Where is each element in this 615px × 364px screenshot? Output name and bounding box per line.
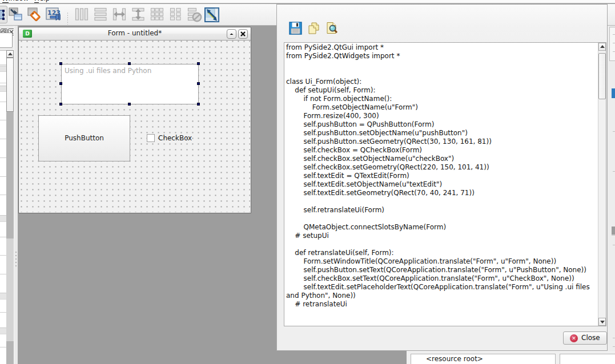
layout-vertical-splitter-icon [131, 7, 145, 21]
sliver-selected-item [612, 88, 615, 98]
sliver-box [609, 27, 615, 61]
find-button[interactable] [325, 22, 339, 35]
copy-icon [307, 22, 320, 35]
widget-category-band [0, 215, 6, 222]
layout-vertical-splitter-button[interactable] [131, 7, 145, 21]
edit-buddies-button[interactable] [27, 7, 41, 21]
widget-list-separator [0, 347, 6, 347]
resource-root-item[interactable]: <resource root> [426, 355, 483, 363]
widget-list-separator [0, 195, 6, 195]
right-edge-panel [608, 4, 615, 364]
widget-list-separator [0, 274, 6, 274]
form-editor-window: D Form - untitled* Using .ui files and P… [18, 27, 251, 213]
selection-handle-mid-right[interactable] [197, 82, 200, 85]
widget-list-separator [0, 120, 6, 120]
layout-grid-icon [150, 7, 164, 21]
sliver-row-line [613, 131, 615, 132]
textedit-widget[interactable]: Using .ui files and Python [61, 64, 199, 104]
layout-grid-button[interactable] [150, 7, 164, 21]
sliver-scroll-thumb [612, 227, 615, 236]
widget-list-separator [0, 64, 6, 65]
sliver-row-line [613, 51, 615, 52]
sliver-row-line [613, 245, 615, 245]
form-window-titlebar[interactable]: D Form - untitled* [19, 27, 251, 41]
widget-list-separator [0, 237, 6, 237]
widget-filter-input[interactable] [0, 33, 13, 48]
widget-category-band [0, 66, 6, 72]
widget-box-scroll-thumb[interactable] [6, 58, 14, 112]
menubar: Window Help [0, 0, 615, 3]
edit-tab-order-button[interactable]: 123 [46, 7, 59, 21]
adjust-size-icon [204, 7, 218, 22]
layout-horizontal-splitter-button[interactable] [112, 7, 126, 21]
selection-handle-bottom-center[interactable] [128, 103, 131, 106]
code-preview-dialog: from PySide2.QtGui import * from PySide2… [276, 4, 608, 351]
textedit-placeholder: Using .ui files and Python [65, 67, 151, 75]
widget-box-scroll-track [6, 238, 14, 341]
widget-list-separator [0, 255, 6, 256]
code-scroll-thumb[interactable] [598, 53, 606, 99]
form-close-button[interactable] [238, 29, 248, 39]
form-window-title: Form - untitled* [19, 29, 251, 37]
widget-box-scrollbar[interactable] [6, 50, 14, 364]
widget-list-separator [0, 102, 6, 102]
edit-signals-slots-icon [9, 7, 22, 21]
resource-browser-dock: <resource root> [407, 351, 615, 364]
break-layout-icon [187, 7, 201, 22]
layout-horizontal-icon [75, 7, 89, 21]
widget-list-separator [0, 312, 6, 313]
sliver-row-line [613, 338, 615, 338]
resource-tree[interactable]: <resource root> [411, 354, 556, 364]
resource-file-list[interactable] [560, 354, 615, 364]
widget-category-band [0, 327, 6, 334]
selection-handle-top-center[interactable] [128, 62, 131, 65]
edit-signals-slots-button[interactable] [9, 7, 22, 21]
generated-code[interactable]: from PySide2.QtGui import * from PySide2… [284, 43, 598, 326]
widget-list-separator [0, 139, 6, 139]
adjust-size-button[interactable] [204, 7, 218, 21]
dock-splitter[interactable] [14, 26, 18, 364]
selection-handle-bottom-right[interactable] [197, 103, 200, 106]
widget-box-list[interactable] [0, 50, 6, 364]
edit-buddies-icon [27, 7, 41, 21]
scroll-down-button[interactable] [598, 318, 606, 326]
layout-form-button[interactable] [169, 7, 183, 21]
menu-window-mnemonic-underline [2, 2, 9, 3]
code-scrollbar[interactable] [598, 43, 606, 326]
sliver-row-line [613, 34, 615, 35]
scroll-up-icon[interactable] [6, 50, 14, 58]
selection-handle-top-left[interactable] [59, 62, 62, 65]
widget-list-separator [0, 176, 6, 177]
layout-vertical-icon [94, 7, 107, 21]
layout-horizontal-splitter-icon [112, 7, 126, 21]
scroll-up-button[interactable] [598, 43, 606, 51]
save-button[interactable] [289, 22, 302, 35]
layout-horizontal-button[interactable] [75, 7, 89, 21]
widget-category-band [0, 86, 6, 92]
find-icon [325, 22, 339, 35]
sliver-row-line [613, 346, 615, 347]
selection-handle-top-right[interactable] [197, 62, 200, 65]
selection-handle-mid-left[interactable] [59, 82, 62, 85]
menu-help-mnemonic-underline [34, 2, 39, 3]
close-red-icon: ✕ [570, 334, 578, 342]
save-icon [289, 22, 302, 35]
edit-tab-order-icon: 123 [46, 7, 59, 22]
code-view[interactable]: from PySide2.QtGui import * from PySide2… [284, 42, 606, 326]
close-button-label: Close [581, 334, 600, 342]
widget-category-band [0, 293, 6, 300]
close-button[interactable]: ✕ Close [563, 331, 607, 345]
layout-form-icon [169, 7, 183, 21]
layout-vertical-button[interactable] [94, 7, 107, 21]
sliver-row-line [613, 43, 615, 43]
form-minimize-button[interactable] [227, 29, 236, 39]
pushbutton-widget[interactable]: PushButton [38, 115, 130, 161]
checkbox-indicator[interactable] [147, 134, 155, 142]
copy-button[interactable] [307, 22, 320, 35]
widget-list-separator [0, 157, 6, 158]
checkbox-label: CheckBox [158, 134, 192, 142]
sliver-row-line [613, 171, 615, 172]
break-layout-button[interactable] [187, 7, 201, 21]
selection-handle-bottom-left[interactable] [59, 103, 62, 106]
widget-list-separator [0, 83, 6, 83]
